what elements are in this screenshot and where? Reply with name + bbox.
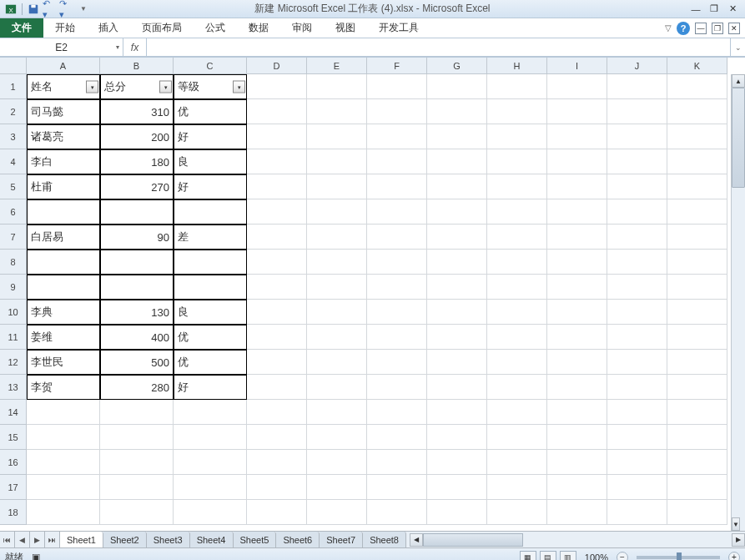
cell[interactable] — [247, 74, 307, 99]
row-header[interactable]: 16 — [0, 450, 27, 475]
cell[interactable] — [487, 149, 547, 174]
sheet-tab[interactable]: Sheet5 — [234, 532, 277, 547]
cell[interactable] — [547, 199, 607, 225]
cell[interactable] — [487, 450, 547, 475]
name-box[interactable]: E2 — [0, 38, 123, 56]
cell[interactable] — [427, 425, 487, 450]
cell[interactable] — [487, 475, 547, 500]
cell[interactable]: 杜甫 — [27, 174, 100, 199]
cell[interactable] — [367, 500, 427, 525]
cell[interactable] — [307, 475, 367, 500]
tab-view[interactable]: 视图 — [324, 18, 367, 38]
cell[interactable]: 130 — [100, 300, 174, 325]
cell[interactable] — [547, 450, 607, 475]
cell[interactable] — [27, 400, 100, 425]
cell[interactable] — [174, 250, 247, 275]
cell[interactable] — [427, 475, 487, 500]
row-header[interactable]: 1 — [0, 74, 27, 99]
cell[interactable]: 500 — [100, 350, 174, 375]
cell[interactable] — [607, 174, 667, 199]
cell[interactable] — [667, 325, 727, 350]
row-header[interactable]: 8 — [0, 250, 27, 275]
cell[interactable] — [607, 425, 667, 450]
cell[interactable] — [667, 400, 727, 425]
cell[interactable] — [667, 425, 727, 450]
cell[interactable] — [547, 300, 607, 325]
sheet-tab[interactable]: Sheet6 — [276, 532, 320, 547]
sheet-tab[interactable]: Sheet8 — [363, 532, 406, 547]
cell[interactable] — [247, 450, 307, 475]
cell[interactable] — [367, 149, 427, 174]
cell[interactable] — [367, 450, 427, 475]
cell[interactable] — [547, 400, 607, 425]
cell[interactable] — [247, 350, 307, 375]
cell[interactable] — [100, 425, 174, 450]
cell[interactable] — [547, 174, 607, 199]
tab-data[interactable]: 数据 — [237, 18, 280, 38]
cell[interactable] — [307, 325, 367, 350]
cell[interactable] — [607, 199, 667, 225]
cell[interactable]: 差 — [174, 225, 247, 250]
cell[interactable] — [487, 174, 547, 199]
cell[interactable] — [100, 475, 174, 500]
cell[interactable] — [367, 400, 427, 425]
column-header[interactable]: C — [174, 58, 247, 74]
cell[interactable] — [247, 275, 307, 300]
cell[interactable] — [27, 500, 100, 525]
row-header[interactable]: 15 — [0, 425, 27, 450]
view-layout-button[interactable]: ▤ — [540, 551, 556, 561]
filter-dropdown-icon[interactable]: ▾ — [159, 81, 172, 93]
scroll-left-button[interactable]: ◀ — [410, 533, 423, 547]
cell[interactable] — [247, 375, 307, 400]
cell[interactable] — [427, 174, 487, 199]
cell[interactable]: 李典 — [27, 300, 100, 325]
cell[interactable] — [487, 300, 547, 325]
view-pagebreak-button[interactable]: ▥ — [560, 551, 576, 561]
cell[interactable] — [427, 74, 487, 99]
row-header[interactable]: 2 — [0, 99, 27, 124]
cell[interactable] — [100, 450, 174, 475]
cell[interactable] — [487, 500, 547, 525]
redo-icon[interactable]: ↷ ▾ — [59, 2, 74, 17]
cell[interactable] — [607, 149, 667, 174]
row-header[interactable]: 4 — [0, 149, 27, 174]
cell[interactable] — [367, 99, 427, 124]
column-header[interactable]: B — [100, 58, 174, 74]
scroll-down-button[interactable]: ▼ — [732, 517, 740, 531]
tab-insert[interactable]: 插入 — [87, 18, 130, 38]
cell[interactable] — [667, 199, 727, 225]
cell[interactable] — [247, 425, 307, 450]
tab-formula[interactable]: 公式 — [194, 18, 237, 38]
cell[interactable] — [487, 400, 547, 425]
zoom-out-button[interactable]: − — [617, 552, 628, 561]
column-header[interactable]: E — [307, 58, 367, 74]
cell[interactable] — [667, 124, 727, 149]
cell[interactable] — [307, 300, 367, 325]
cell[interactable] — [487, 325, 547, 350]
cell[interactable]: 好 — [174, 174, 247, 199]
cell[interactable] — [247, 99, 307, 124]
column-header[interactable]: D — [247, 58, 307, 74]
cell[interactable] — [667, 225, 727, 250]
cell[interactable] — [427, 225, 487, 250]
cell[interactable] — [307, 225, 367, 250]
cell[interactable] — [27, 250, 100, 275]
cell[interactable] — [247, 124, 307, 149]
cell[interactable]: 310 — [100, 99, 174, 124]
cell[interactable] — [367, 350, 427, 375]
cell[interactable] — [487, 375, 547, 400]
cell[interactable] — [547, 250, 607, 275]
cell[interactable] — [547, 350, 607, 375]
tab-file[interactable]: 文件 — [0, 18, 43, 38]
filter-dropdown-icon[interactable]: ▾ — [233, 81, 245, 93]
cell[interactable]: 90 — [100, 225, 174, 250]
cell[interactable] — [27, 199, 100, 225]
sheet-nav-first[interactable]: ⏮ — [0, 532, 15, 547]
cell[interactable] — [27, 475, 100, 500]
cell[interactable] — [547, 74, 607, 99]
cell[interactable]: 良 — [174, 300, 247, 325]
cell[interactable]: 优 — [174, 325, 247, 350]
cell[interactable]: 司马懿 — [27, 99, 100, 124]
cell[interactable]: 诸葛亮 — [27, 124, 100, 149]
cell[interactable] — [367, 225, 427, 250]
